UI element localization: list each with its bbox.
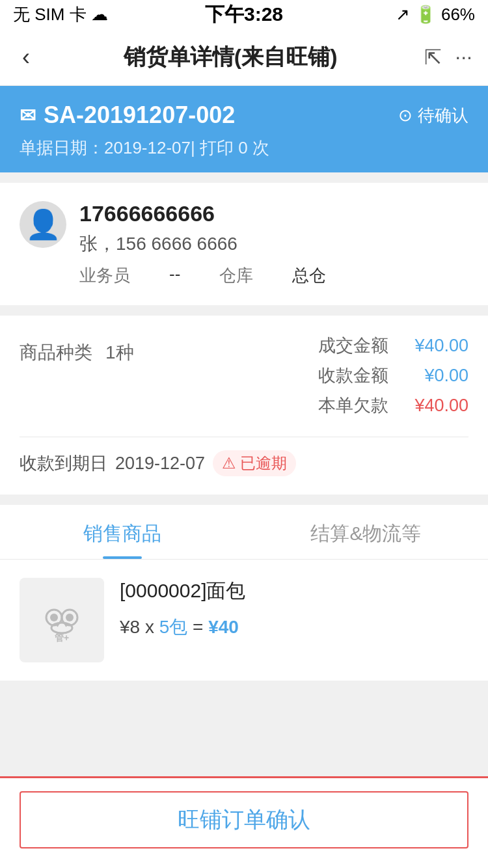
payment-value: ¥0.00: [424, 366, 468, 386]
svg-text:管+: 管+: [55, 632, 69, 643]
salesman-value: --: [169, 264, 180, 287]
debt-label: 本单欠款: [318, 394, 388, 417]
tab-settlement[interactable]: 结算&物流等: [244, 505, 488, 559]
amounts-right: 成交金额 ¥40.00 收款金额 ¥0.00 本单欠款 ¥40.00: [318, 334, 468, 424]
product-code: [0000002]: [120, 580, 206, 601]
deal-amount-value: ¥40.00: [414, 336, 468, 356]
date-label: 单据日期：: [20, 138, 104, 157]
deal-amount-label: 成交金额: [318, 334, 388, 357]
due-date-section: 收款到期日 2019-12-07 ⚠ 已逾期: [20, 450, 468, 476]
battery-icon: 🔋: [415, 5, 436, 25]
order-banner: ✉ SA-20191207-002 ⊙ 待确认 单据日期：2019-12-07|…: [0, 86, 488, 172]
nav-actions: ⇱ ···: [424, 45, 472, 70]
date-value: 2019-12-07: [104, 138, 191, 157]
back-button[interactable]: ‹: [16, 37, 36, 77]
order-date-row: 单据日期：2019-12-07| 打印 0 次: [20, 137, 468, 159]
product-type-value: 1种: [105, 340, 134, 365]
svg-point-3: [66, 614, 74, 621]
product-type-label: 商品种类: [20, 340, 92, 365]
order-id: ✉ SA-20191207-002: [20, 102, 235, 129]
product-info: [0000002]面包 ¥8 x 5包 = ¥40: [120, 578, 468, 640]
tabs-bar: 销售商品 结算&物流等: [0, 505, 488, 560]
price-text: ¥8 x: [120, 617, 159, 637]
amount-row-debt: 本单欠款 ¥40.00: [318, 394, 468, 417]
product-thumbnail: 管+: [20, 578, 104, 662]
order-icon: ✉: [20, 104, 36, 127]
product-qty: 5包: [159, 617, 188, 637]
product-logo-svg: 管+: [36, 594, 88, 646]
status-left: 无 SIM 卡 ☁: [13, 3, 108, 26]
avatar: 👤: [20, 201, 66, 248]
svg-point-2: [50, 614, 58, 621]
customer-name: 张，156 6666 6666: [79, 232, 468, 256]
battery-level: 66%: [441, 5, 475, 25]
more-button[interactable]: ···: [455, 45, 472, 69]
page-title: 销货单详情(来自旺铺): [124, 42, 338, 72]
due-date-value: 2019-12-07: [115, 454, 205, 474]
salesman-label: 业务员: [79, 264, 130, 287]
status-clock-icon: ⊙: [398, 105, 413, 126]
product-title: 面包: [206, 580, 245, 601]
order-status: ⊙ 待确认: [398, 104, 468, 127]
due-date-label: 收款到期日: [20, 452, 107, 475]
customer-card: 👤 17666666666 张，156 6666 6666 业务员 -- 仓库 …: [0, 183, 488, 305]
overdue-text: 已逾期: [240, 453, 287, 474]
confirm-button-container: 旺铺订单确认: [0, 776, 488, 868]
signal-icon: ↗: [396, 5, 410, 25]
amount-row-deal: 成交金额 ¥40.00: [318, 334, 468, 357]
product-name: [0000002]面包: [120, 578, 468, 604]
divider: [20, 437, 468, 437]
status-text: 待确认: [418, 104, 468, 127]
status-bar: 无 SIM 卡 ☁ 下午3:28 ↗ 🔋 66%: [0, 0, 488, 29]
warehouse-value: 总仓: [292, 264, 326, 287]
payment-label: 收款金额: [318, 364, 388, 387]
amount-row-payment: 收款金额 ¥0.00: [318, 364, 468, 387]
avatar-icon: 👤: [25, 208, 61, 241]
equal-sign: =: [187, 617, 208, 637]
status-time: 下午3:28: [205, 1, 283, 28]
product-price: ¥8 x 5包 = ¥40: [120, 615, 468, 640]
order-id-text: SA-20191207-002: [44, 102, 235, 129]
share-button[interactable]: ⇱: [424, 45, 442, 70]
debt-value: ¥40.00: [414, 396, 468, 416]
customer-phone: 17666666666: [79, 201, 468, 226]
nav-bar: ‹ 销货单详情(来自旺铺) ⇱ ···: [0, 29, 488, 86]
customer-info: 17666666666 张，156 6666 6666 业务员 -- 仓库 总仓: [79, 201, 468, 287]
customer-meta: 业务员 -- 仓库 总仓: [79, 264, 468, 287]
overdue-icon: ⚠: [222, 454, 236, 472]
confirm-order-button[interactable]: 旺铺订单确认: [20, 791, 468, 848]
overdue-badge: ⚠ 已逾期: [213, 450, 296, 476]
no-sim-label: 无 SIM 卡 ☁: [13, 5, 108, 24]
summary-card: 商品种类 1种 成交金额 ¥40.00 收款金额 ¥0.00 本单欠款 ¥40.…: [0, 316, 488, 495]
product-item: 管+ [0000002]面包 ¥8 x 5包 = ¥40: [0, 560, 488, 681]
status-right: ↗ 🔋 66%: [396, 5, 475, 25]
svg-point-4: [51, 623, 72, 633]
product-type: 商品种类 1种: [20, 334, 318, 365]
tab-sales-goods[interactable]: 销售商品: [0, 505, 244, 559]
product-total: ¥40: [208, 617, 239, 637]
print-info: | 打印 0 次: [191, 138, 269, 157]
warehouse-label: 仓库: [219, 264, 253, 287]
